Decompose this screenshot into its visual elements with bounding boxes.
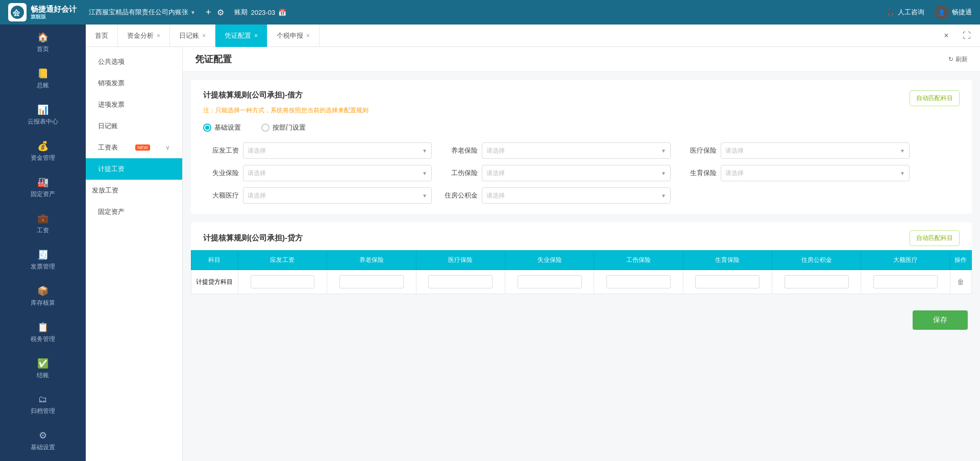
debit-section-title: 计提核算规则(公司承担)-借方 xyxy=(203,90,910,100)
debit-auto-match-button[interactable]: 自动匹配科目 xyxy=(910,90,960,106)
sidebar-item-capital[interactable]: 💰 资金管理 xyxy=(0,133,86,169)
left-nav-accrual[interactable]: 计提工资 xyxy=(86,158,182,180)
expand-button[interactable]: ⛶ xyxy=(960,29,974,43)
credit-auto-match-button[interactable]: 自动匹配科目 xyxy=(910,230,960,246)
sidebar-item-home[interactable]: 🏠 首页 xyxy=(0,25,86,61)
select-gongjijin[interactable]: 请选择 ▼ xyxy=(482,187,671,204)
row-yingfa[interactable] xyxy=(238,270,327,294)
tab-journal[interactable]: 日记账 × xyxy=(170,25,215,47)
radio-basic[interactable]: 基础设置 xyxy=(203,123,241,132)
sidebar-item-report[interactable]: 📊 云报表中心 xyxy=(0,97,86,133)
sidebar-item-salary[interactable]: 💼 工资 xyxy=(0,206,86,242)
tab-bar-right: × ⛶ xyxy=(939,29,980,43)
sidebar-item-settle[interactable]: ✅ 结账 xyxy=(0,351,86,387)
select-shiye[interactable]: 请选择 ▼ xyxy=(243,165,432,181)
input-shengyu[interactable] xyxy=(695,275,760,288)
select-yingfa[interactable]: 请选择 ▼ xyxy=(243,142,432,159)
consult-button[interactable]: 🎧 人工咨询 xyxy=(887,8,924,17)
sidebar-item-ledger[interactable]: 📒 总账 xyxy=(0,61,86,97)
field-yiliao: 医疗保险 请选择 ▼ xyxy=(681,142,910,159)
settings-icon[interactable]: ⚙ xyxy=(217,8,224,17)
select-arrow-gongjijin: ▼ xyxy=(661,193,666,199)
select-daeyiliao[interactable]: 请选择 ▼ xyxy=(243,187,432,204)
left-nav-public[interactable]: 公共选项 xyxy=(86,51,182,72)
ledger-icon: 📒 xyxy=(37,68,48,79)
close-tab-button[interactable]: × xyxy=(939,29,953,43)
input-yingfa[interactable] xyxy=(251,275,315,288)
tab-tax[interactable]: 个税申报 × xyxy=(267,25,320,47)
period-selector[interactable]: 账期 2023-03 📅 xyxy=(234,8,286,17)
col-yiliao: 医疗保险 xyxy=(416,251,505,270)
left-nav-sales[interactable]: 销项发票 xyxy=(86,72,182,94)
credit-table-head: 科目 应发工资 养老保险 医疗保险 失业保险 工伤保险 生育保险 住房公积金 大… xyxy=(191,251,972,270)
left-nav-fixed-asset[interactable]: 固定资产 xyxy=(86,201,182,223)
calendar-icon: 📅 xyxy=(278,9,286,16)
credit-section: 计提核算规则(公司承担)-贷方 自动匹配科目 科目 应发工资 养老保险 医疗保险… xyxy=(191,222,972,294)
refresh-button[interactable]: ↻ 刷新 xyxy=(948,55,968,64)
radio-dept[interactable]: 按部门设置 xyxy=(261,123,306,132)
capital-icon: 💰 xyxy=(37,140,48,152)
company-selector[interactable]: 江西服宝精品有限责任公司内账张 ▼ xyxy=(89,8,195,17)
tab-capital[interactable]: 资金分析 × xyxy=(118,25,170,47)
row-yanglao[interactable] xyxy=(327,270,416,294)
user-area[interactable]: 👤 畅捷通 xyxy=(935,5,972,19)
row-gongjijin[interactable] xyxy=(772,270,861,294)
field-gongshang: 工伤保险 请选择 ▼ xyxy=(442,165,671,181)
debit-section-note: 注：只能选择一种方式，系统将按照您当前的选择来配置规则 xyxy=(203,106,910,115)
sidebar-item-tax[interactable]: 📋 税务管理 xyxy=(0,314,86,351)
debit-section-header: 计提核算规则(公司承担)-借方 注：只能选择一种方式，系统将按照您当前的选择来配… xyxy=(203,90,960,204)
row-yiliao[interactable] xyxy=(416,270,505,294)
save-button[interactable]: 保存 xyxy=(913,310,968,330)
debit-form-grid: 应发工资 请选择 ▼ 养老保险 请选择 xyxy=(203,142,910,204)
select-shengyu[interactable]: 请选择 ▼ xyxy=(721,165,910,181)
add-button[interactable]: + xyxy=(206,7,211,18)
select-yanglao[interactable]: 请选择 ▼ xyxy=(482,142,671,159)
sidebar-item-invoice[interactable]: 🧾 发票管理 xyxy=(0,242,86,278)
col-shengyu: 生育保险 xyxy=(683,251,772,270)
col-gongshang: 工伤保险 xyxy=(594,251,683,270)
field-yingfa-gongzi: 应发工资 请选择 ▼ xyxy=(203,142,432,159)
tab-voucher[interactable]: 凭证配置 × xyxy=(215,25,267,47)
tab-capital-close[interactable]: × xyxy=(157,32,160,39)
sidebar-item-guide[interactable]: 🆕 新手引导 xyxy=(0,459,86,461)
top-right: 🎧 人工咨询 👤 畅捷通 xyxy=(887,5,972,19)
content-area: 首页 资金分析 × 日记账 × 凭证配置 × 个税申报 × × ⛶ xyxy=(86,25,980,461)
col-yingfa: 应发工资 xyxy=(238,251,327,270)
sidebar-item-archive[interactable]: 🗂 归档管理 xyxy=(0,387,86,423)
select-yiliao[interactable]: 请选择 ▼ xyxy=(721,142,910,159)
select-gongshang[interactable]: 请选择 ▼ xyxy=(482,165,671,181)
select-arrow-daeyiliao: ▼ xyxy=(422,193,427,199)
select-arrow-yanglao: ▼ xyxy=(661,148,666,154)
input-shiye[interactable] xyxy=(518,275,582,288)
select-arrow-gongshang: ▼ xyxy=(661,171,666,176)
sidebar-item-settings[interactable]: ⚙ 基础设置 xyxy=(0,423,86,459)
input-gongjijin[interactable] xyxy=(785,275,849,288)
sidebar-item-asset[interactable]: 🏭 固定资产 xyxy=(0,169,86,206)
input-yanglao[interactable] xyxy=(339,275,404,288)
asset-icon: 🏭 xyxy=(37,177,48,188)
field-gongjijin: 住房公积金 请选择 ▼ xyxy=(442,187,671,204)
tab-tax-close[interactable]: × xyxy=(306,32,310,39)
row-shiye[interactable] xyxy=(505,270,594,294)
left-nav-purchase[interactable]: 进项发票 xyxy=(86,94,182,115)
label-shiye: 失业保险 xyxy=(203,168,239,178)
tab-home[interactable]: 首页 xyxy=(86,25,118,47)
sidebar-item-stock[interactable]: 📦 库存核算 xyxy=(0,278,86,314)
logo-title: 畅捷通好会计 xyxy=(31,5,77,14)
page-content: 公共选项 销项发票 进项发票 日记账 工资表 NEW ∨ 计提工资 xyxy=(86,47,980,461)
label-shengyu: 生育保险 xyxy=(681,168,717,178)
input-gongshang[interactable] xyxy=(606,275,671,288)
left-nav-journal[interactable]: 日记账 xyxy=(86,115,182,137)
left-nav-payment[interactable]: 发放工资 xyxy=(86,180,182,201)
left-nav-salary-table[interactable]: 工资表 NEW ∨ xyxy=(86,137,182,158)
row-shengyu[interactable] xyxy=(683,270,772,294)
page-header: 凭证配置 ↻ 刷新 xyxy=(183,47,980,72)
row-gongshang[interactable] xyxy=(594,270,683,294)
input-daeyiliao[interactable] xyxy=(873,275,938,288)
tab-voucher-close[interactable]: × xyxy=(254,32,258,39)
row-action[interactable]: 🗑 xyxy=(950,270,971,294)
tab-journal-close[interactable]: × xyxy=(202,32,206,39)
input-yiliao[interactable] xyxy=(428,275,493,288)
row-daeyiliao[interactable] xyxy=(861,270,950,294)
delete-row-icon[interactable]: 🗑 xyxy=(957,278,964,286)
